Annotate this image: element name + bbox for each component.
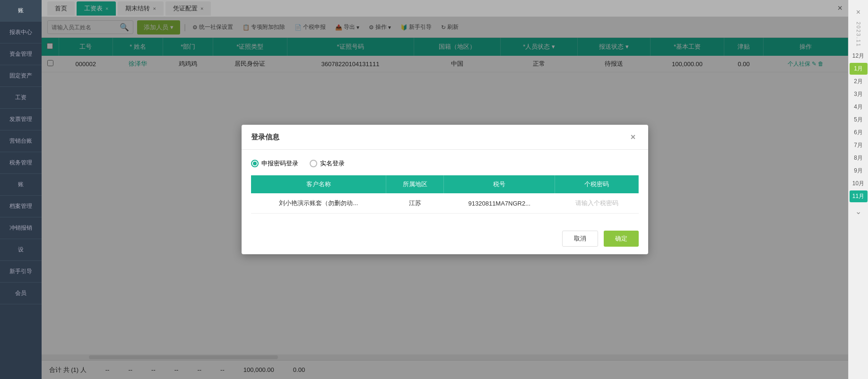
login-table: 客户名称 所属地区 税号 个税密码 刘小艳演示账套（勿删勿动... 江苏 913…: [251, 175, 639, 214]
dialog-table-row: 刘小艳演示账套（勿删勿动... 江苏 91320811MA7NGR2... 请输…: [251, 193, 639, 214]
sidebar-item-账[interactable]: 账: [0, 0, 42, 22]
dialog-footer: 取消 确定: [242, 223, 648, 254]
cal-month-8[interactable]: 8月: [850, 152, 868, 164]
cal-month-12[interactable]: 12月: [850, 50, 868, 62]
dialog-overlay: 登录信息 × 申报密码登录 实名登录: [42, 0, 848, 379]
dialog-col-taxno: 税号: [444, 175, 555, 193]
cal-month-10[interactable]: 10月: [850, 178, 868, 190]
dialog-cell-name: 刘小艳演示账套（勿删勿动...: [251, 193, 386, 214]
login-dialog: 登录信息 × 申报密码登录 实名登录: [242, 125, 648, 254]
sidebar-item-冲销报销[interactable]: 冲销报销: [0, 217, 42, 239]
main-area: 首页 工资表 × 期末结转 × 凭证配置 × × 🔍 添加人员 ▾ | ⚙ 统一…: [42, 0, 848, 379]
sidebar-item-资金管理[interactable]: 资金管理: [0, 43, 42, 65]
dialog-cell-taxno: 91320811MA7NGR2...: [444, 193, 555, 214]
cancel-button[interactable]: 取消: [562, 231, 598, 247]
cal-month-3[interactable]: 3月: [850, 88, 868, 100]
cal-month-2[interactable]: 2月: [850, 76, 868, 87]
dialog-col-password: 个税密码: [555, 175, 639, 193]
sidebar: 账 报表中心 资金管理 固定资产 工资 发票管理 营销台账 税务管理 账 档案管…: [0, 0, 42, 379]
dialog-cell-region: 江苏: [386, 193, 444, 214]
cal-month-5[interactable]: 5月: [850, 114, 868, 126]
collapse-icon[interactable]: ×: [850, 4, 867, 21]
cal-month-1[interactable]: 1月: [850, 63, 868, 75]
dialog-title: 登录信息: [251, 133, 279, 142]
sidebar-item-报表中心[interactable]: 报表中心: [0, 22, 42, 43]
calendar-year: 2023.11: [856, 22, 861, 47]
sidebar-item-固定资产[interactable]: 固定资产: [0, 65, 42, 87]
cal-month-6[interactable]: 6月: [850, 127, 868, 138]
radio-real-name-login[interactable]: 实名登录: [310, 159, 345, 168]
dialog-close-button[interactable]: ×: [627, 131, 639, 143]
radio-password-login[interactable]: 申报密码登录: [251, 159, 298, 168]
confirm-button[interactable]: 确定: [604, 231, 639, 247]
dialog-header: 登录信息 ×: [242, 125, 648, 150]
sidebar-item-营销台账[interactable]: 营销台账: [0, 130, 42, 152]
sidebar-item-发票管理[interactable]: 发票管理: [0, 109, 42, 130]
dialog-body: 申报密码登录 实名登录 客户名称 所属地区 税号 个税密码: [242, 150, 648, 223]
sidebar-item-设[interactable]: 设: [0, 239, 42, 261]
radio-dot-selected: [251, 160, 259, 167]
sidebar-item-会员[interactable]: 会员: [0, 283, 42, 304]
sidebar-item-档案管理[interactable]: 档案管理: [0, 196, 42, 217]
dialog-col-name: 客户名称: [251, 175, 386, 193]
radio-dot-unselected: [310, 160, 317, 167]
dialog-cell-password[interactable]: 请输入个税密码: [555, 193, 639, 214]
scroll-down-icon[interactable]: ⌄: [850, 203, 867, 220]
sidebar-item-税务管理[interactable]: 税务管理: [0, 152, 42, 174]
calendar-sidebar: × 2023.11 12月 1月 2月 3月 4月 5月 6月 7月 8月 9月…: [848, 0, 868, 379]
login-type-radio-group: 申报密码登录 实名登录: [251, 159, 639, 168]
dialog-col-region: 所属地区: [386, 175, 444, 193]
cal-month-9[interactable]: 9月: [850, 165, 868, 177]
cal-month-7[interactable]: 7月: [850, 139, 868, 151]
sidebar-item-工资[interactable]: 工资: [0, 87, 42, 109]
cal-month-4[interactable]: 4月: [850, 101, 868, 113]
sidebar-item-账2[interactable]: 账: [0, 174, 42, 196]
cal-month-11[interactable]: 11月: [850, 190, 868, 202]
sidebar-item-新手引导[interactable]: 新手引导: [0, 261, 42, 283]
